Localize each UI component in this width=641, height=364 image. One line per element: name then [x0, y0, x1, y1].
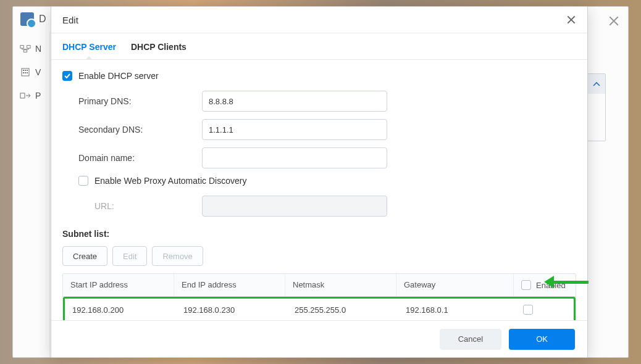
dialog-header: Edit — [51, 7, 587, 33]
enable-proxy-checkbox[interactable] — [78, 176, 88, 186]
cell-start-ip: 192.168.0.200 — [65, 299, 176, 320]
dialog-body: Enable DHCP server Primary DNS: Secondar… — [51, 60, 587, 320]
col-end-ip[interactable]: End IP address — [174, 274, 285, 296]
enable-dhcp-checkbox[interactable] — [62, 71, 72, 81]
tab-dhcp-server[interactable]: DHCP Server — [62, 42, 116, 59]
table-header: Start IP address End IP address Netmask … — [63, 274, 576, 297]
secondary-dns-label: Secondary DNS: — [78, 125, 202, 134]
table-row[interactable]: 192.168.0.200 192.168.0.230 255.255.255.… — [63, 297, 576, 320]
cell-gateway: 192.168.0.1 — [398, 299, 516, 320]
tabs: DHCP Server DHCP Clients — [51, 33, 587, 59]
ok-button[interactable]: OK — [509, 329, 575, 350]
annotation-arrow — [545, 276, 589, 288]
cell-netmask: 255.255.255.0 — [287, 299, 398, 320]
domain-name-input[interactable] — [202, 147, 387, 168]
col-gateway[interactable]: Gateway — [396, 274, 514, 296]
row-enabled-checkbox[interactable] — [523, 305, 533, 315]
col-netmask[interactable]: Netmask — [285, 274, 396, 296]
remove-button: Remove — [152, 246, 203, 266]
url-label: URL: — [94, 201, 202, 211]
primary-dns-input[interactable] — [202, 91, 387, 112]
enabled-header-checkbox[interactable] — [521, 280, 531, 290]
tab-dhcp-clients[interactable]: DHCP Clients — [131, 42, 186, 59]
secondary-dns-input[interactable] — [202, 119, 387, 140]
cancel-button[interactable]: Cancel — [440, 329, 501, 350]
enable-proxy-label: Enable Web Proxy Automatic Discovery — [94, 176, 246, 186]
dialog-footer: Cancel OK — [51, 320, 587, 357]
create-button[interactable]: Create — [62, 246, 107, 266]
edit-dialog: Edit DHCP Server DHCP Clients Enable DHC… — [51, 6, 588, 358]
primary-dns-label: Primary DNS: — [78, 96, 202, 106]
enable-dhcp-label: Enable DHCP server — [78, 71, 159, 81]
cell-enabled — [516, 299, 574, 320]
subnet-list-heading: Subnet list: — [62, 229, 576, 239]
dialog-title: Edit — [62, 15, 78, 25]
dialog-close-icon[interactable] — [566, 15, 576, 25]
cell-end-ip: 192.168.0.230 — [176, 299, 287, 320]
url-input — [202, 196, 387, 217]
edit-button: Edit — [112, 246, 147, 266]
subnet-table: Start IP address End IP address Netmask … — [62, 273, 576, 320]
domain-name-label: Domain name: — [78, 153, 202, 163]
col-start-ip[interactable]: Start IP address — [63, 274, 174, 296]
subnet-toolbar: Create Edit Remove — [62, 246, 576, 266]
